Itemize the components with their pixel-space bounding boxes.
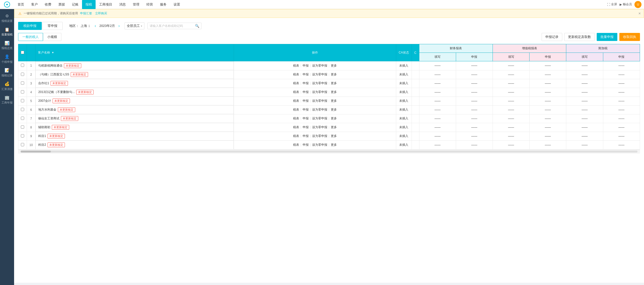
sidebar-item-tax-settings[interactable]: ⚙ 报税设置 [0, 11, 14, 25]
op-更多[interactable]: 更多 [331, 117, 337, 120]
op-更多[interactable]: 更多 [331, 64, 337, 67]
nav-invoice[interactable]: 票据 [55, 0, 68, 9]
op-税表[interactable]: 税表 [293, 99, 299, 103]
row-checkbox[interactable] [21, 117, 24, 120]
select-all-checkbox[interactable] [21, 51, 24, 54]
op-税表[interactable]: 税表 [293, 125, 299, 129]
op-更多[interactable]: 更多 [331, 99, 337, 103]
nav-operation[interactable]: 经营 [143, 0, 156, 9]
row-checkbox[interactable] [21, 99, 24, 102]
buy-link[interactable]: 立即购买 [95, 11, 107, 16]
row-data-col-2: —— [493, 132, 529, 140]
nav-home[interactable]: 首页 [14, 0, 28, 9]
op-设为零申报[interactable]: 设为零申报 [312, 117, 327, 120]
op-申报[interactable]: 申报 [303, 64, 309, 67]
op-设为零申报[interactable]: 设为零申报 [312, 108, 327, 111]
op-设为零申报[interactable]: 设为零申报 [312, 90, 327, 94]
op-设为零申报[interactable]: 设为零申报 [312, 99, 327, 103]
staff-selector[interactable]: 全部员工 ▾ [125, 22, 144, 29]
op-设为零申报[interactable]: 设为零申报 [312, 64, 327, 67]
info-icon[interactable]: ℹ [89, 24, 90, 28]
collect-receipt-button[interactable]: 收取回执 [619, 33, 640, 41]
nav-fee[interactable]: 收费 [41, 0, 55, 9]
op-设为零申报[interactable]: 设为零申报 [312, 134, 327, 138]
sub-tab-small-scale[interactable]: 小规模 [43, 33, 61, 41]
search-input[interactable] [150, 24, 195, 28]
op-设为零申报[interactable]: 设为零申报 [312, 81, 327, 85]
update-button[interactable]: 更新税定及取数 [564, 33, 595, 41]
op-更多[interactable]: 更多 [331, 108, 337, 111]
op-设为零申报[interactable]: 设为零申报 [312, 125, 327, 129]
tab-zero-declaration[interactable]: 零申报 [42, 22, 63, 30]
op-申报[interactable]: 申报 [303, 108, 309, 111]
op-税表[interactable]: 税表 [293, 143, 299, 147]
search-icon[interactable]: 🔍 [195, 24, 199, 28]
op-申报[interactable]: 申报 [303, 125, 309, 129]
row-data-col-1: —— [456, 140, 493, 149]
op-设为零申报[interactable]: 设为零申报 [312, 73, 327, 76]
op-更多[interactable]: 更多 [331, 143, 337, 147]
row-checkbox[interactable] [21, 125, 24, 129]
nav-bookkeeping[interactable]: 记账 [68, 0, 82, 9]
sidebar-item-tax-record[interactable]: 📝 报税记录 [0, 66, 14, 79]
nav-service[interactable]: 服务 [156, 0, 170, 9]
op-税表[interactable]: 税表 [293, 90, 299, 94]
row-data-col-4: —— [566, 79, 603, 88]
sort-icon[interactable]: ▾ [52, 51, 54, 54]
sidebar-item-annual-report[interactable]: 🏢 工商年报 [0, 93, 14, 106]
op-税表[interactable]: 税表 [293, 108, 299, 111]
op-设为零申报[interactable]: 设为零申报 [312, 143, 327, 147]
op-申报[interactable]: 申报 [303, 143, 309, 147]
op-税表[interactable]: 税表 [293, 117, 299, 120]
op-更多[interactable]: 更多 [331, 134, 337, 138]
op-税表[interactable]: 税表 [293, 134, 299, 138]
sidebar-item-annual-settlement[interactable]: 💰 汇算清缴 [0, 79, 14, 93]
batch-apply-button[interactable]: 批量申报 [597, 33, 617, 41]
row-checkbox[interactable] [21, 134, 24, 137]
op-更多[interactable]: 更多 [331, 90, 337, 94]
op-申报[interactable]: 申报 [303, 99, 309, 103]
row-number: 4 [27, 88, 35, 97]
sub-tab-general[interactable]: 一般的税人 [18, 33, 43, 41]
op-申报[interactable]: 申报 [303, 134, 309, 138]
tab-tax-declaration[interactable]: 税款申报 [18, 22, 42, 30]
sidebar-item-personal-tax[interactable]: 👤 个税申报 [0, 52, 14, 66]
nav-manage[interactable]: 管理 [129, 0, 143, 9]
op-申报[interactable]: 申报 [303, 81, 309, 85]
op-申报[interactable]: 申报 [303, 90, 309, 94]
upgrade-button[interactable]: ▶ 畅会员 [620, 2, 632, 7]
nav-message[interactable]: 消息 [116, 0, 129, 9]
row-checkbox[interactable] [21, 90, 24, 93]
sidebar-item-batch-tax[interactable]: 📋 批量报税 [0, 25, 14, 38]
close-banner-button[interactable]: × [638, 11, 641, 16]
row-checkbox[interactable] [21, 143, 24, 146]
op-税表[interactable]: 税表 [293, 73, 299, 76]
next-month-button[interactable]: › [116, 23, 122, 28]
nav-settings[interactable]: 设置 [170, 0, 184, 9]
row-checkbox[interactable] [21, 81, 24, 85]
fullscreen-button[interactable]: ⛶ 全屏 [607, 2, 617, 7]
nav-business[interactable]: 工商项目 [96, 0, 116, 9]
op-更多[interactable]: 更多 [331, 73, 337, 76]
nav-tax[interactable]: 报税 [82, 0, 96, 9]
op-更多[interactable]: 更多 [331, 81, 337, 85]
op-申报[interactable]: 申报 [303, 117, 309, 120]
sidebar-item-tax-overview[interactable]: 📊 报税总览 [0, 38, 14, 52]
row-checkbox[interactable] [21, 73, 24, 76]
apply-record-button[interactable]: 申报记录 [542, 33, 562, 41]
horizontal-scrollbar[interactable] [18, 150, 640, 154]
op-税表[interactable]: 税表 [293, 64, 299, 67]
user-avatar[interactable]: U [634, 1, 641, 8]
row-client-name: 2007会计未更新核定 [35, 97, 234, 105]
apply-link[interactable]: 申报汇签 [80, 11, 92, 16]
row-number: 10 [27, 140, 35, 149]
row-checkbox[interactable] [21, 108, 24, 111]
row-checkbox[interactable] [21, 64, 24, 67]
nav-customer[interactable]: 客户 [28, 0, 41, 9]
scrollbar-thumb[interactable] [21, 151, 51, 153]
op-更多[interactable]: 更多 [331, 125, 337, 129]
op-税表[interactable]: 税表 [293, 81, 299, 85]
app-logo [3, 0, 12, 9]
prev-month-button[interactable]: ‹ [93, 23, 98, 28]
op-申报[interactable]: 申报 [303, 73, 309, 76]
